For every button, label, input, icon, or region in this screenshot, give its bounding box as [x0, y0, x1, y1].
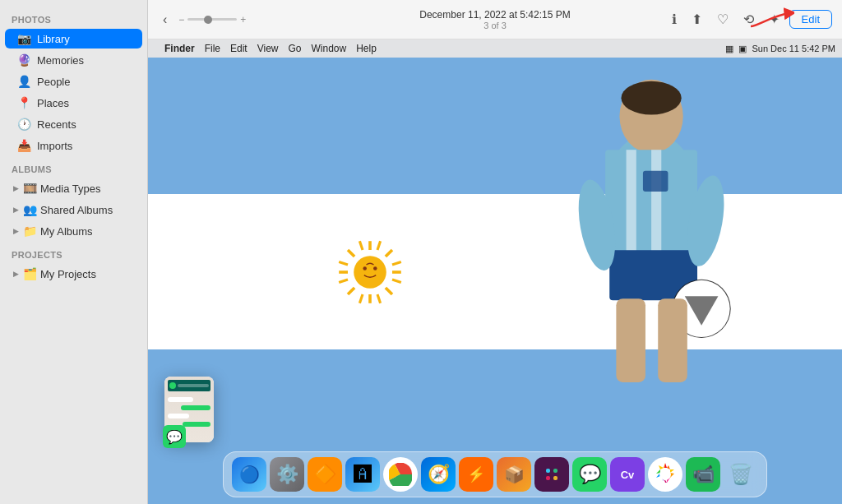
- dock-whatsapp[interactable]: 💬: [572, 457, 607, 492]
- dock-facetime[interactable]: 📹: [686, 457, 720, 492]
- zoom-in-label[interactable]: +: [240, 14, 246, 25]
- memories-icon: 🔮: [16, 53, 31, 67]
- magic-wand-button[interactable]: ✦: [764, 8, 784, 30]
- window-menu[interactable]: Window: [312, 43, 347, 54]
- photo-counter: 3 of 3: [483, 21, 507, 30]
- svg-rect-30: [616, 298, 645, 382]
- menubar-time: Sun Dec 11 5:42 PM: [752, 44, 835, 53]
- view-menu[interactable]: View: [257, 43, 279, 54]
- dock-reeder[interactable]: ⚡: [459, 457, 493, 492]
- edit-button[interactable]: Edit: [789, 10, 832, 29]
- chevron-right-icon-shared: ▶: [13, 206, 19, 214]
- svg-line-4: [348, 250, 354, 257]
- svg-point-21: [621, 81, 681, 114]
- svg-point-41: [660, 469, 670, 479]
- svg-rect-35: [546, 469, 550, 473]
- svg-line-8: [359, 241, 363, 250]
- dock-safari[interactable]: 🧭: [421, 457, 456, 492]
- sidebar-item-my-projects-label: My Projects: [40, 268, 96, 280]
- media-types-icon: 🎞️: [22, 182, 37, 195]
- messi-figure: [460, 41, 842, 460]
- back-button[interactable]: ‹: [158, 9, 172, 30]
- edit-menu[interactable]: Edit: [230, 43, 248, 54]
- menubar-battery-icon: ▣: [738, 44, 747, 54]
- sidebar-item-my-projects[interactable]: ▶ 🗂️ My Projects: [5, 264, 142, 284]
- toolbar: ‹ − + December 11, 2022 at 5:42:15 PM 3 …: [148, 0, 842, 39]
- menubar-right: ▦ ▣ Sun Dec 11 5:42 PM: [725, 44, 835, 54]
- svg-point-16: [354, 256, 386, 289]
- sidebar: Photos 📷 Library 🔮 Memories 👤 People 📍 P…: [0, 0, 148, 504]
- dock-airmail[interactable]: 📦: [497, 457, 531, 492]
- sidebar-item-library[interactable]: 📷 Library: [5, 29, 142, 49]
- svg-line-7: [348, 287, 354, 294]
- sidebar-item-shared-albums-label: Shared Albums: [40, 204, 113, 216]
- sidebar-item-imports[interactable]: 📥 Imports: [5, 136, 142, 155]
- chevron-right-icon: ▶: [13, 184, 19, 192]
- chevron-right-icon-projects: ▶: [13, 270, 19, 278]
- dock-system-prefs[interactable]: ⚙️: [270, 457, 304, 492]
- sidebar-item-memories[interactable]: 🔮 Memories: [5, 50, 142, 70]
- svg-rect-36: [553, 469, 557, 473]
- recents-icon: 🕐: [16, 118, 31, 131]
- macos-menubar: Finder File Edit View Go Window Help ▦ ▣…: [148, 39, 842, 58]
- dock-vlc[interactable]: 🔶: [308, 457, 342, 492]
- places-icon: 📍: [16, 96, 31, 109]
- svg-line-9: [377, 241, 381, 250]
- dock-chrome[interactable]: [383, 457, 418, 492]
- photo-datetime: December 11, 2022 at 5:42:15 PM: [419, 9, 570, 21]
- svg-rect-31: [658, 298, 687, 382]
- svg-rect-37: [546, 476, 550, 480]
- toolbar-left: ‹ − +: [158, 9, 246, 30]
- svg-rect-24: [651, 150, 661, 258]
- svg-line-10: [339, 261, 348, 265]
- svg-rect-38: [553, 476, 557, 480]
- dock: 🔵 ⚙️ 🔶 🅰 🧭 ⚡ 📦 💬 Cv: [223, 451, 767, 497]
- svg-rect-23: [626, 150, 636, 258]
- info-button[interactable]: ℹ: [667, 8, 682, 30]
- sidebar-item-places[interactable]: 📍 Places: [5, 93, 142, 113]
- finder-menu[interactable]: Finder: [164, 43, 195, 54]
- svg-line-12: [392, 261, 401, 265]
- favorite-button[interactable]: ♡: [712, 8, 733, 30]
- file-menu[interactable]: File: [205, 43, 220, 54]
- svg-line-6: [386, 250, 392, 257]
- svg-line-11: [339, 280, 348, 283]
- svg-line-5: [386, 287, 392, 294]
- help-menu[interactable]: Help: [356, 43, 377, 54]
- sidebar-item-people[interactable]: 👤 People: [5, 72, 142, 91]
- dock-trash[interactable]: 🗑️: [724, 457, 758, 492]
- dock-app-store[interactable]: 🅰: [345, 457, 380, 492]
- sidebar-item-my-albums[interactable]: ▶ 📁 My Albums: [5, 221, 142, 241]
- sidebar-item-media-types[interactable]: ▶ 🎞️ Media Types: [5, 178, 142, 198]
- people-icon: 👤: [16, 75, 31, 88]
- share-button[interactable]: ⬆: [687, 8, 707, 30]
- dock-finder[interactable]: 🔵: [232, 457, 266, 492]
- image-area: 💬 Finder File Edit View Go Window Help ▦…: [148, 39, 842, 504]
- sidebar-item-media-types-label: Media Types: [40, 183, 100, 195]
- svg-rect-32: [643, 170, 669, 191]
- toolbar-center: December 11, 2022 at 5:42:15 PM 3 of 3: [419, 9, 570, 30]
- sidebar-item-shared-albums[interactable]: ▶ 👥 Shared Albums: [5, 200, 142, 220]
- menubar-wifi-icon: ▦: [725, 44, 733, 54]
- dock-photos[interactable]: [648, 457, 682, 492]
- imports-icon: 📥: [16, 139, 31, 152]
- zoom-track[interactable]: [187, 18, 237, 21]
- toolbar-right: ℹ ⬆ ♡ ⟲ ✦ Edit: [667, 8, 832, 30]
- sidebar-item-places-label: Places: [37, 97, 69, 109]
- dock-canva[interactable]: Cv: [610, 457, 645, 492]
- svg-line-13: [392, 280, 401, 283]
- go-menu[interactable]: Go: [289, 43, 302, 54]
- svg-point-17: [363, 266, 368, 270]
- messi-svg: [460, 41, 842, 460]
- sidebar-item-my-albums-label: My Albums: [40, 225, 93, 238]
- sidebar-item-library-label: Library: [37, 33, 70, 45]
- shared-albums-icon: 👥: [22, 203, 37, 216]
- dock-slack[interactable]: [534, 457, 569, 492]
- rotate-button[interactable]: ⟲: [738, 8, 759, 30]
- svg-line-15: [377, 294, 381, 303]
- sidebar-item-recents-label: Recents: [37, 118, 76, 131]
- zoom-out-label[interactable]: −: [178, 14, 184, 25]
- chevron-right-icon-albums: ▶: [13, 227, 19, 235]
- zoom-thumb[interactable]: [204, 16, 212, 24]
- sidebar-item-recents[interactable]: 🕐 Recents: [5, 114, 142, 134]
